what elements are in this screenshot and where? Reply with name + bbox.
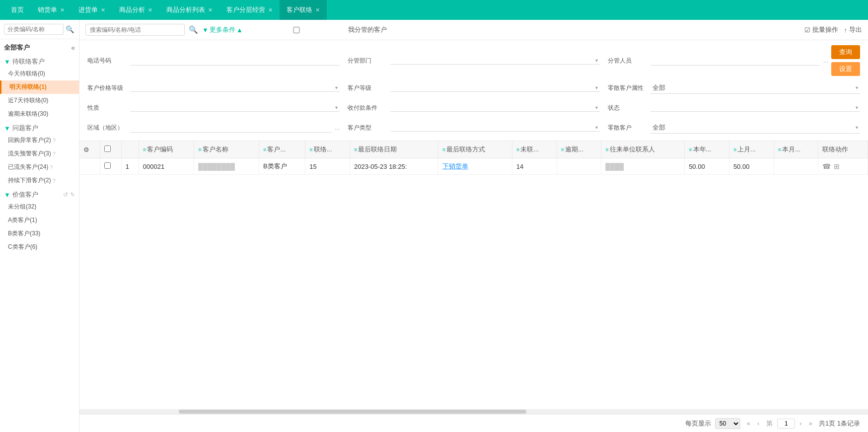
filter-region-ellipsis[interactable]: ... [335,124,340,131]
filter-phone-input[interactable] [130,56,340,66]
close-analysis-tab[interactable]: ✕ [148,7,152,13]
col-code[interactable]: ≡客户编码 [139,141,194,158]
sidebar-item-today-contact[interactable]: 今天待联络(0) [0,67,79,80]
prev-page-btn[interactable]: ‹ [755,419,762,428]
search-button[interactable]: 🔍 [189,25,198,34]
per-page-select[interactable]: 50 100 200 [715,418,740,429]
my-customers-filter[interactable]: 我分管的客户 [247,25,387,34]
col-last-month[interactable]: ≡上月... [729,141,774,158]
triangle-icon-2: ▼ [4,125,10,132]
refresh-icon[interactable]: ↺ [63,191,68,198]
last-method-link[interactable]: 下销货单 [442,162,468,170]
page-navigation: « ‹ 第 › » [744,418,815,429]
filter-manager-ellipsis[interactable]: ... [823,57,828,64]
close-analysis-table-tab[interactable]: ✕ [208,7,213,13]
more-conditions-btn[interactable]: ▼ 更多条件 ▲ [202,25,243,34]
col-uncontacted[interactable]: ≡未联... [512,141,557,158]
filter-region-input[interactable] [130,123,332,133]
filter-row-customer-level: 客户等级 ▾ [348,80,600,96]
col-contact[interactable]: ≡联络... [305,141,350,158]
filter-manager-input[interactable] [651,56,820,66]
value-group-tools: ↺ ✎ [63,191,75,198]
page-input[interactable] [777,419,795,429]
sidebar-item-ungrouped[interactable]: 未分组(32) [0,200,79,214]
select-all-checkbox[interactable] [104,145,111,152]
chevron-down-icon-retail: ▾ [856,85,858,90]
query-button[interactable]: 查询 [831,45,860,59]
close-purchase-tab[interactable]: ✕ [101,7,105,13]
filter-customer-level-select[interactable]: ▾ [390,84,600,92]
nav-analysis-table[interactable]: 商品分析列表 ✕ [159,0,219,20]
scrollbar-thumb[interactable] [179,410,526,414]
search-input[interactable] [85,24,185,36]
filter-price-level-select[interactable]: ▾ [130,84,340,92]
filter-payment-select[interactable]: ▾ [390,104,600,112]
cell-no: 1 [121,158,139,175]
cell-partner: ████ [601,158,685,175]
chevron-down-icon-retail2: ▾ [856,125,858,130]
filter-status-select[interactable]: ▾ [651,104,860,112]
sidebar-item-churn-warning[interactable]: 流失预警客户(3)? [0,147,79,160]
settings-button[interactable]: 设置 [831,62,860,76]
page-label: 第 [764,418,775,429]
last-page-btn[interactable]: » [806,419,815,428]
sidebar-item-churned[interactable]: 已流失客户(24)? [0,160,79,174]
nav-purchase[interactable]: 进货单 ✕ [72,0,112,20]
nav-analysis[interactable]: 商品分析 ✕ [112,0,159,20]
edit-icon[interactable]: ✎ [70,191,75,198]
filter-row-retail-customer: 零散客户 全部 ▾ [608,120,860,136]
col-this-month[interactable]: ≡本月... [774,141,818,158]
filter-nature-select[interactable]: ▾ [130,104,340,112]
col-overdue[interactable]: ≡逾期... [557,141,601,158]
help-icon-2: ? [53,151,56,157]
close-sales-tab[interactable]: ✕ [60,7,65,13]
cell-checkbox [100,158,121,175]
batch-op-btn[interactable]: ☑ 批量操作 [804,25,838,34]
col-name[interactable]: ≡客户名称 [194,141,259,158]
sidebar-search-input[interactable] [4,24,64,35]
col-action: 联络动作 [818,141,868,158]
sidebar-item-abnormal-repurchase[interactable]: 回购异常客户(2)? [0,134,79,147]
filter-row-payment: 收付款条件 ▾ [348,100,600,116]
sidebar-collapse-btn[interactable]: « [71,44,75,52]
col-type[interactable]: ≡客户... [259,141,305,158]
export-btn[interactable]: ↑ 导出 [844,25,863,34]
sidebar-item-class-a[interactable]: A类客户(1) [0,214,79,227]
filter-retail-attr-select[interactable]: 全部 ▾ [651,82,860,94]
col-this-year[interactable]: ≡本年... [685,141,729,158]
sidebar-item-class-b[interactable]: B类客户(33) [0,227,79,240]
filter-customer-type-select[interactable]: ▾ [390,124,600,132]
nav-sales[interactable]: 销货单 ✕ [31,0,72,20]
nav-customer-contact[interactable]: 客户联络 ✕ [280,0,327,20]
col-settings[interactable]: ⚙ [79,141,100,158]
cell-code: 000021 [139,158,194,175]
sidebar-item-declining[interactable]: 持续下滑客户(2)? [0,174,79,187]
nav-home[interactable]: 首页 [4,0,31,20]
horizontal-scrollbar[interactable] [79,409,868,414]
close-customer-contact-tab[interactable]: ✕ [315,7,320,13]
sidebar-item-class-c[interactable]: C类客户(6) [0,240,79,254]
action-icon-phone[interactable]: ☎ [822,162,831,170]
close-customer-segment-tab[interactable]: ✕ [268,7,273,13]
filter-retail-customer-select[interactable]: 全部 ▾ [651,122,860,134]
filter-row-manager: 分管人员 ... 查询 设置 [608,45,860,76]
col-partner[interactable]: ≡往来单位联系人 [601,141,685,158]
filter-dept-select[interactable]: ▾ [390,57,600,65]
sidebar-item-tomorrow-contact[interactable]: 明天待联络(1) [0,80,79,94]
filter-row-region: 区域（地区） ... [87,120,340,136]
sidebar-item-overdue-contact[interactable]: 逾期未联络(30) [0,107,79,121]
col-last-method[interactable]: ≡最后联络方式 [438,141,512,158]
first-page-btn[interactable]: « [744,419,753,428]
sidebar-search-icon[interactable]: 🔍 [66,25,74,33]
bottom-bar: 每页显示 50 100 200 « ‹ 第 › » 共1页 1条记录 [79,414,868,432]
action-icon-grid[interactable]: ⊞ [834,162,840,170]
filter-label-customer-level: 客户等级 [348,84,387,92]
sidebar-item-7days-contact[interactable]: 近7天待联络(0) [0,94,79,107]
help-icon-3: ? [50,164,53,170]
main-layout: 🔍 全部客户 « ▼ 待联络客户 今天待联络(0) 明天待联络(1) 近7天待联… [0,20,868,432]
next-page-btn[interactable]: › [797,419,804,428]
my-customers-checkbox[interactable] [247,27,346,33]
row-checkbox[interactable] [104,162,111,169]
col-last-date[interactable]: ≡最后联络日期 [350,141,438,158]
nav-customer-segment[interactable]: 客户分层经营 ✕ [219,0,280,20]
